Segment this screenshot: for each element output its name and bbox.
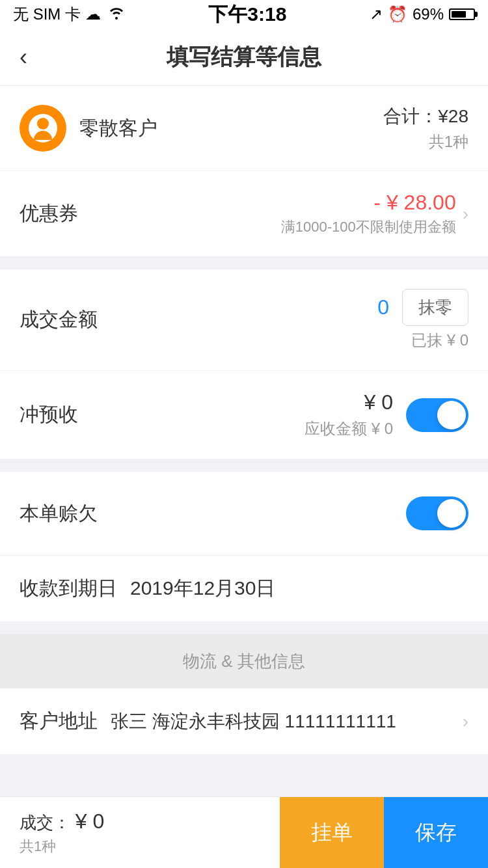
coupon-info: - ¥ 28.00 满1000-100不限制使用金额 — [281, 191, 456, 237]
coupon-chevron-icon: › — [463, 204, 468, 224]
already-rounded-text: 已抹 ¥ 0 — [363, 330, 468, 351]
coupon-desc: 满1000-100不限制使用金额 — [281, 217, 456, 237]
total-count: 共1种 — [383, 131, 468, 152]
duedate-row[interactable]: 收款到期日 2019年12月30日 — [0, 555, 488, 621]
debt-section: 本单赊欠 收款到期日 2019年12月30日 — [0, 472, 488, 621]
debt-label: 本单赊欠 — [20, 500, 98, 527]
coupon-label: 优惠券 — [20, 200, 78, 227]
prepay-row: 冲预收 ¥ 0 应收金额 ¥ 0 — [0, 371, 488, 459]
avatar — [20, 105, 66, 152]
coupon-discount: - ¥ 28.00 — [281, 191, 456, 215]
bottom-left: 成交： ¥ 0 共1种 — [0, 809, 280, 856]
coupon-row[interactable]: 优惠券 - ¥ 28.00 满1000-100不限制使用金额 › — [0, 170, 488, 256]
address-chevron-icon: › — [463, 711, 468, 732]
prepay-toggle[interactable] — [406, 398, 468, 432]
prepay-value: ¥ 0 — [305, 390, 393, 414]
hold-button[interactable]: 挂单 — [280, 797, 384, 869]
avatar-icon — [29, 114, 57, 142]
bottom-deal-label: 成交： — [20, 813, 70, 832]
logistics-label: 物流 & 其他信息 — [183, 650, 305, 673]
prepay-amount: ¥ 0 应收金额 ¥ 0 — [305, 390, 393, 439]
battery-percent: 69% — [413, 5, 444, 23]
transaction-amount-right: 0 抹零 — [363, 289, 468, 326]
bottom-bar: 成交： ¥ 0 共1种 挂单 保存 — [0, 796, 488, 868]
customer-total: 合计：¥28 共1种 — [383, 104, 468, 152]
bottom-deal-row: 成交： ¥ 0 — [20, 809, 260, 834]
wifi-icon — [107, 5, 126, 23]
debt-row: 本单赊欠 — [0, 472, 488, 555]
customer-row: 零散客户 合计：¥28 共1种 — [0, 86, 488, 170]
transaction-amount-label: 成交金额 — [20, 306, 98, 333]
logistics-divider: 物流 & 其他信息 — [0, 634, 488, 688]
debt-toggle-knob — [437, 499, 466, 528]
bottom-deal-amount: ¥ 0 — [75, 809, 104, 833]
page-title: 填写结算等信息 — [167, 42, 321, 72]
sim-status: 无 SIM 卡 ☁ — [13, 4, 101, 25]
status-left: 无 SIM 卡 ☁ — [13, 4, 126, 25]
total-amount: 合计：¥28 — [383, 104, 468, 129]
status-bar: 无 SIM 卡 ☁ 下午3:18 ↗ ⏰ 69% — [0, 0, 488, 29]
location-icon: ↗ — [370, 5, 383, 23]
transaction-amount-row: 成交金额 0 抹零 已抹 ¥ 0 — [0, 269, 488, 371]
prepay-label: 冲预收 — [20, 401, 78, 428]
coupon-right: - ¥ 28.00 满1000-100不限制使用金额 › — [281, 191, 468, 237]
bottom-count: 共1种 — [20, 837, 260, 856]
transaction-amount-value[interactable]: 0 — [363, 295, 389, 319]
prepay-right: ¥ 0 应收金额 ¥ 0 — [305, 390, 468, 439]
status-right: ↗ ⏰ 69% — [370, 5, 475, 23]
duedate-label: 收款到期日 — [20, 575, 117, 602]
receivable-label: 应收金额 ¥ 0 — [305, 418, 393, 439]
address-label: 客户地址 — [20, 708, 98, 735]
address-row[interactable]: 客户地址 张三 海淀永丰科技园 11111111111 › — [0, 688, 488, 754]
status-time: 下午3:18 — [208, 1, 286, 28]
transaction-section: 成交金额 0 抹零 已抹 ¥ 0 冲预收 ¥ 0 应收金额 ¥ 0 — [0, 269, 488, 459]
roundoff-button[interactable]: 抹零 — [402, 289, 468, 326]
save-button[interactable]: 保存 — [384, 797, 488, 869]
customer-section: 零散客户 合计：¥28 共1种 优惠券 - ¥ 28.00 满1000-100不… — [0, 86, 488, 256]
address-value: 张三 海淀永丰科技园 11111111111 — [111, 709, 463, 734]
back-button[interactable]: ‹ — [20, 44, 27, 71]
address-section: 客户地址 张三 海淀永丰科技园 11111111111 › — [0, 688, 488, 754]
customer-left: 零散客户 — [20, 105, 157, 152]
duedate-value: 2019年12月30日 — [130, 575, 275, 602]
alarm-icon: ⏰ — [388, 5, 407, 23]
debt-toggle[interactable] — [406, 496, 468, 530]
customer-name: 零散客户 — [79, 115, 157, 142]
nav-bar: ‹ 填写结算等信息 — [0, 29, 488, 86]
toggle-knob — [437, 401, 466, 429]
battery-icon — [449, 8, 475, 20]
